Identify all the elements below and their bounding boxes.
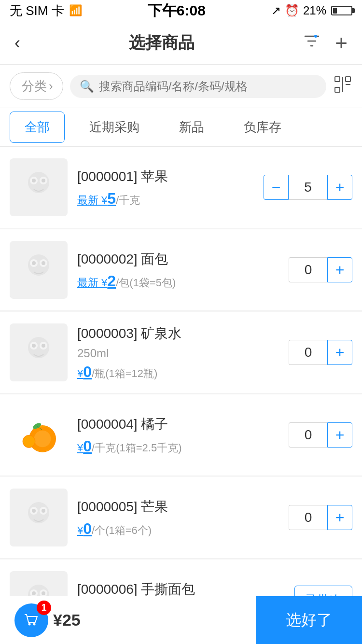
svg-point-15 xyxy=(42,261,45,265)
tab-negative[interactable]: 负库存 xyxy=(229,112,296,143)
product-price: 最新 ¥2/包(1袋=5包) xyxy=(77,272,279,290)
status-left: 无 SIM 卡 📶 xyxy=(10,2,82,19)
quantity-plus-button[interactable]: + xyxy=(327,175,352,200)
quantity-input[interactable] xyxy=(289,175,327,200)
product-name: [0000001] 苹果 xyxy=(77,168,254,186)
qty-control: + xyxy=(289,505,352,530)
product-item: [0000002] 面包 最新 ¥2/包(1袋=5包) + xyxy=(0,229,362,311)
nav-bar: ‹ 选择商品 + xyxy=(0,21,362,65)
qty-control: + xyxy=(289,340,352,365)
svg-point-19 xyxy=(32,344,36,348)
product-item: [0000005] 芒果 ¥0/个(1箱=6个) + xyxy=(0,477,362,559)
battery-percent: 21% xyxy=(303,4,326,17)
nav-actions: + xyxy=(303,31,348,55)
product-image xyxy=(10,158,68,216)
status-right: ↗ ⏰ 21% xyxy=(271,4,352,17)
product-item: [0000001] 苹果 最新 ¥5/千克 − + xyxy=(0,147,362,228)
product-info: [0000003] 矿泉水 250ml ¥0/瓶(1箱=12瓶) xyxy=(77,324,279,381)
svg-point-9 xyxy=(32,179,36,182)
product-info: [0000005] 芒果 ¥0/个(1箱=6个) xyxy=(77,498,279,538)
confirm-button[interactable]: 选好了 xyxy=(256,596,362,644)
battery-icon xyxy=(331,6,352,15)
product-name: [0000003] 矿泉水 xyxy=(77,324,279,343)
quantity-input[interactable] xyxy=(289,422,327,448)
toolbar: 分类 › 🔍 xyxy=(0,65,362,108)
svg-point-32 xyxy=(32,509,36,513)
quantity-plus-button[interactable]: + xyxy=(327,422,352,448)
tab-new[interactable]: 新品 xyxy=(164,112,219,143)
product-item: [0000004] 橘子 ¥0/千克(1箱=2.5千克) + xyxy=(0,394,362,476)
cart-badge: 1 xyxy=(37,601,51,615)
search-input[interactable] xyxy=(99,80,317,93)
location-icon: ↗ xyxy=(271,4,281,17)
tab-all[interactable]: 全部 xyxy=(10,112,65,143)
cart-total: ¥25 xyxy=(53,611,81,630)
product-price: ¥0/瓶(1箱=12瓶) xyxy=(77,363,279,381)
svg-point-20 xyxy=(42,344,45,348)
search-icon: 🔍 xyxy=(80,80,94,93)
svg-rect-3 xyxy=(335,87,340,92)
product-name: [0000004] 橘子 xyxy=(77,415,279,434)
product-spec: 250ml xyxy=(77,347,279,360)
status-time: 下午6:08 xyxy=(148,1,206,21)
svg-point-44 xyxy=(28,623,31,625)
qty-control: − + xyxy=(264,175,352,200)
quantity-input[interactable] xyxy=(289,505,327,530)
svg-point-0 xyxy=(314,35,317,38)
tab-recent[interactable]: 近期采购 xyxy=(74,112,154,143)
product-info: [0000001] 苹果 最新 ¥5/千克 xyxy=(77,168,254,208)
category-button[interactable]: 分类 › xyxy=(10,72,63,100)
quantity-plus-button[interactable]: + xyxy=(327,340,352,365)
svg-point-37 xyxy=(32,591,36,595)
product-image xyxy=(10,241,68,299)
bottom-bar: 1 ¥25 选好了 xyxy=(0,596,362,644)
product-name: [0000002] 面包 xyxy=(77,250,279,268)
svg-point-28 xyxy=(23,435,35,447)
svg-point-33 xyxy=(42,509,45,513)
svg-point-45 xyxy=(33,623,36,625)
filter-tabs: 全部 近期采购 新品 负库存 xyxy=(0,108,362,147)
qty-control: + xyxy=(289,257,352,282)
filter-icon[interactable] xyxy=(303,32,320,54)
quantity-input[interactable] xyxy=(289,257,327,282)
product-list: [0000001] 苹果 最新 ¥5/千克 − + [0000002] 面包 xyxy=(0,147,362,644)
product-image xyxy=(10,323,68,381)
category-arrow: › xyxy=(49,79,53,94)
status-bar: 无 SIM 卡 📶 下午6:08 ↗ ⏰ 21% xyxy=(0,0,362,21)
product-price: 最新 ¥5/千克 xyxy=(77,190,254,208)
qty-control: + xyxy=(289,422,352,448)
alarm-icon: ⏰ xyxy=(285,4,299,17)
product-info: [0000004] 橘子 ¥0/千克(1箱=2.5千克) xyxy=(77,415,279,455)
svg-rect-2 xyxy=(346,77,350,82)
quantity-plus-button[interactable]: + xyxy=(327,257,352,282)
quantity-input[interactable] xyxy=(289,340,327,365)
svg-point-10 xyxy=(42,179,45,182)
svg-rect-1 xyxy=(335,77,340,82)
wifi-icon: 📶 xyxy=(69,4,82,17)
quantity-plus-button[interactable]: + xyxy=(327,505,352,530)
back-button[interactable]: ‹ xyxy=(14,33,20,53)
svg-point-26 xyxy=(34,431,51,448)
product-image xyxy=(10,406,68,464)
svg-point-38 xyxy=(42,591,45,595)
product-price: ¥0/个(1箱=6个) xyxy=(77,520,279,538)
product-image xyxy=(10,489,68,546)
page-title: 选择商品 xyxy=(129,32,195,54)
scan-icon[interactable] xyxy=(333,75,352,98)
product-price: ¥0/千克(1箱=2.5千克) xyxy=(77,437,279,455)
cart-area: 1 ¥25 xyxy=(0,603,256,637)
search-bar: 🔍 xyxy=(70,75,326,98)
quantity-minus-button[interactable]: − xyxy=(264,175,289,200)
carrier-text: 无 SIM 卡 xyxy=(10,2,64,19)
cart-button[interactable]: 1 xyxy=(14,603,48,637)
product-item: [0000003] 矿泉水 250ml ¥0/瓶(1箱=12瓶) + xyxy=(0,312,362,393)
svg-point-14 xyxy=(32,261,36,265)
add-button[interactable]: + xyxy=(335,31,348,55)
category-label: 分类 xyxy=(22,78,47,95)
product-info: [0000002] 面包 最新 ¥2/包(1袋=5包) xyxy=(77,250,279,290)
product-name: [0000005] 芒果 xyxy=(77,498,279,516)
